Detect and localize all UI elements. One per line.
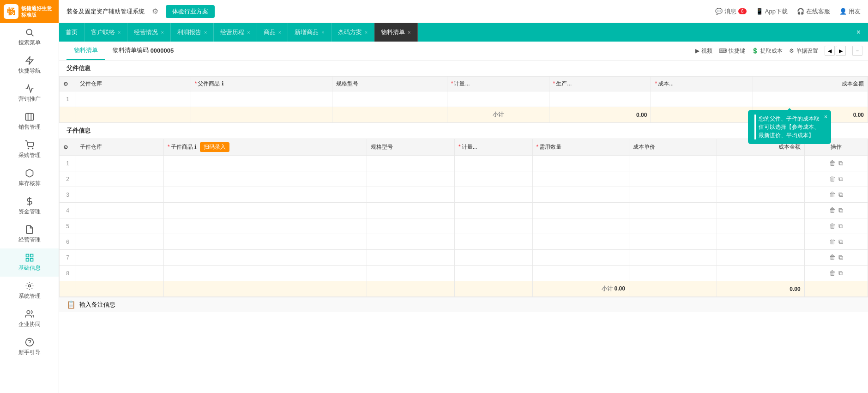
delete-icon-3[interactable]: 🗑 [829,191,836,199]
child-quantity-1[interactable] [532,156,629,171]
sidebar-item-purchase[interactable]: 采购管理 [0,136,59,164]
tab-operations-history[interactable]: 经营历程 × [214,23,257,42]
child-warehouse-5[interactable] [76,218,164,234]
tab-close-operations-history[interactable]: × [247,30,250,35]
child-goods-8[interactable] [163,266,367,281]
child-goods-7[interactable] [163,250,367,266]
child-unit-8[interactable] [455,266,533,281]
sub-tab-list[interactable]: 物料清单 [66,42,105,60]
parent-cost-amount-1[interactable] [753,91,868,107]
tab-close-new-goods[interactable]: × [321,30,324,35]
sidebar-item-search[interactable]: 搜索菜单 [0,23,59,51]
parent-unit-1[interactable] [447,91,549,107]
tab-barcode[interactable]: 条码方案 × [332,23,374,42]
parent-col-settings[interactable]: ⚙ [60,77,76,91]
video-btn[interactable]: ▶ 视频 [695,47,712,55]
child-quantity-7[interactable] [532,250,629,266]
delete-icon-4[interactable]: 🗑 [829,206,836,214]
delete-icon-2[interactable]: 🗑 [829,175,836,183]
child-goods-1[interactable] [163,156,367,171]
child-cost-amount-2[interactable] [717,171,804,187]
child-goods-2[interactable] [163,171,367,187]
child-cost-amount-6[interactable] [717,234,804,250]
child-quantity-6[interactable] [532,234,629,250]
parent-cost-1[interactable] [651,91,753,107]
child-unit-7[interactable] [455,250,533,266]
tab-bom[interactable]: 物料清单 × [374,23,417,42]
child-cost-price-6[interactable] [629,234,717,250]
tab-close-goods[interactable]: × [278,30,281,35]
child-unit-2[interactable] [455,171,533,187]
child-col-settings[interactable]: ⚙ [60,139,76,156]
child-quantity-4[interactable] [532,203,629,218]
parent-warehouse-1[interactable] [76,91,191,107]
tab-new-goods[interactable]: 新增商品 × [288,23,331,42]
tab-operations-status[interactable]: 经营情况 × [127,23,170,42]
child-quantity-8[interactable] [532,266,629,281]
child-cost-price-2[interactable] [629,171,717,187]
child-cost-price-8[interactable] [629,266,717,281]
single-settings-btn[interactable]: ⚙ 单据设置 [789,47,818,55]
copy-icon-7[interactable]: ⧉ [838,254,843,261]
message-item[interactable]: 💬 消息 6 [715,7,747,16]
child-goods-6[interactable] [163,234,367,250]
sidebar-item-sales[interactable]: 销售管理 [0,108,59,136]
sub-tab-code[interactable]: 物料清单编码 0000005 [105,42,181,60]
tab-home[interactable]: 首页 [59,23,84,42]
sidebar-item-basicinfo[interactable]: 基础信息 [0,248,59,277]
child-cost-amount-8[interactable] [717,266,804,281]
tooltip-close-btn[interactable]: × [824,113,827,121]
sidebar-item-finance[interactable]: 资金管理 [0,192,59,220]
tab-customer[interactable]: 客户联络 × [84,23,127,42]
sidebar-item-enterprise[interactable]: 企业协同 [0,305,59,333]
child-goods-3[interactable] [163,187,367,203]
tab-close-customer[interactable]: × [118,30,121,35]
child-unit-4[interactable] [455,203,533,218]
sidebar-item-operations[interactable]: 经营管理 [0,220,59,248]
child-goods-5[interactable] [163,218,367,234]
child-cost-price-1[interactable] [629,156,717,171]
child-warehouse-3[interactable] [76,187,164,203]
child-cost-amount-3[interactable] [717,187,804,203]
sidebar-item-quicknav[interactable]: 快捷导航 [0,51,59,79]
child-warehouse-7[interactable] [76,250,164,266]
copy-icon-5[interactable]: ⧉ [838,222,843,230]
child-cost-price-7[interactable] [629,250,717,266]
delete-icon-6[interactable]: 🗑 [829,238,836,246]
child-quantity-3[interactable] [532,187,629,203]
child-cost-amount-4[interactable] [717,203,804,218]
child-spec-6[interactable] [367,234,455,250]
delete-icon-5[interactable]: 🗑 [829,222,836,230]
child-spec-8[interactable] [367,266,455,281]
child-cost-amount-5[interactable] [717,218,804,234]
child-cost-price-4[interactable] [629,203,717,218]
child-goods-4[interactable] [163,203,367,218]
sidebar-item-system[interactable]: 系统管理 [0,277,59,305]
online-service-item[interactable]: 🎧 在线客服 [797,7,830,16]
child-spec-5[interactable] [367,218,455,234]
child-quantity-5[interactable] [532,218,629,234]
child-warehouse-2[interactable] [76,171,164,187]
child-unit-1[interactable] [455,156,533,171]
settings-icon[interactable]: ⚙ [152,7,158,16]
shortcut-btn[interactable]: ⌨ 快捷键 [719,47,745,55]
child-warehouse-4[interactable] [76,203,164,218]
sidebar-item-guide[interactable]: 新手引导 [0,333,59,361]
copy-icon-8[interactable]: ⧉ [838,269,843,277]
parent-production-1[interactable] [549,91,651,107]
list-view-btn[interactable]: ≡ [852,46,862,56]
tab-goods[interactable]: 商品 × [257,23,288,42]
child-spec-7[interactable] [367,250,455,266]
child-spec-1[interactable] [367,156,455,171]
copy-icon-4[interactable]: ⧉ [838,206,843,214]
child-cost-amount-1[interactable] [717,156,804,171]
child-cost-price-5[interactable] [629,218,717,234]
child-warehouse-8[interactable] [76,266,164,281]
copy-icon-2[interactable]: ⧉ [838,175,843,183]
delete-icon-8[interactable]: 🗑 [829,269,836,277]
cost-btn[interactable]: 💲 提取成本 [752,47,783,55]
copy-icon-6[interactable]: ⧉ [838,238,843,246]
next-page-btn[interactable]: ▶ [836,46,846,56]
tab-profit-report[interactable]: 利润报告 × [171,23,214,42]
child-warehouse-6[interactable] [76,234,164,250]
